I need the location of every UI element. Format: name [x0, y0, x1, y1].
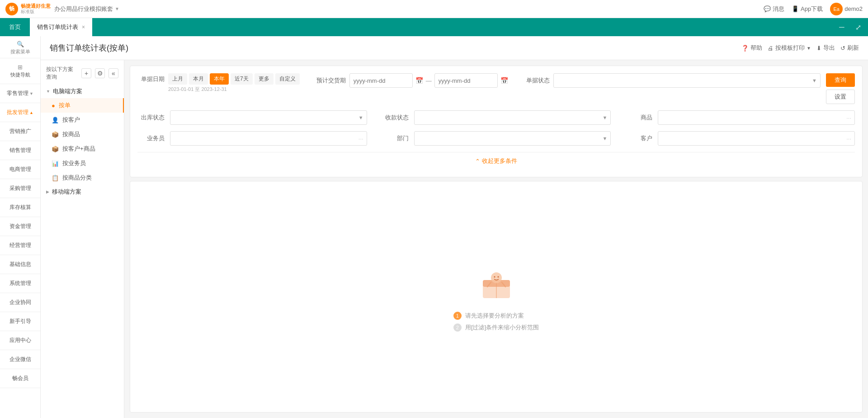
sidebar-search[interactable]: 🔍 搜索菜单 — [0, 36, 40, 58]
filter-form: 单据日期 上月 本月 本年 近7天 更多 自定义 2023 — [130, 66, 863, 177]
empty-tips: 1 请先选择要分析的方案 2 用[过滤]条件来缩小分析范围 — [453, 312, 539, 332]
order-icon: ● — [52, 102, 55, 109]
scheme-by-category[interactable]: 📋 按商品分类 — [41, 171, 124, 185]
payment-status-label: 收款状态 — [382, 114, 409, 122]
pc-section-arrow-icon: ▼ — [46, 89, 50, 94]
retail-arrow-icon: ▼ — [29, 91, 33, 96]
breadcrumb-dropdown-icon[interactable]: ▼ — [115, 6, 119, 11]
top-header: 畅 畅捷通好生意 标准版 办公用品行业模拟账套 ▼ 💬 消息 📱 App下载 E… — [0, 0, 868, 18]
print-dropdown-icon: ▼ — [807, 46, 811, 51]
salesperson-more-icon[interactable]: ··· — [359, 135, 363, 142]
sidebar-item-basic[interactable]: 基础信息 — [0, 255, 40, 274]
scheme-by-customer[interactable]: 👤 按客户 — [41, 113, 124, 127]
sidebar: 🔍 搜索菜单 ⊞ 零售管理 快捷导航 零售管理 ▼ 批发管理 ▲ 营销推广 销售… — [0, 36, 41, 418]
header-right: 💬 消息 📱 App下载 Ea demo2 — [764, 3, 863, 15]
delivery-date-range: 📅 — 📅 — [349, 73, 508, 88]
tab-bar: 首页 销售订单统计表 × ─ ⤢ — [0, 18, 868, 36]
left-panel: 按以下方案查询 + ⚙ « ▼ 电脑端方案 — [41, 60, 124, 418]
delivery-date-start[interactable] — [349, 73, 413, 88]
tab-home[interactable]: 首页 — [0, 18, 30, 36]
delivery-date-end[interactable] — [434, 73, 498, 88]
settings-btn[interactable]: 设置 — [826, 90, 855, 104]
sidebar-item-newuser[interactable]: 新手引导 — [0, 312, 40, 331]
help-btn[interactable]: ❓ 帮助 — [741, 44, 762, 52]
empty-tip-1: 1 请先选择要分析的方案 — [453, 312, 539, 320]
status-select[interactable] — [553, 73, 821, 88]
more-conditions-toggle[interactable]: ⌃ 收起更多条件 — [137, 152, 855, 170]
sidebar-item-wholesale[interactable]: 批发管理 ▲ — [0, 103, 40, 122]
salesperson-input-wrapper: ··· — [170, 131, 367, 146]
payment-status-select[interactable] — [414, 110, 611, 125]
tab-sales-order-stats[interactable]: 销售订单统计表 × — [30, 18, 92, 36]
delivery-date-group: 预计交货期 📅 — 📅 — [314, 73, 508, 88]
sidebar-item-retail[interactable]: 零售管理 ▼ — [0, 84, 40, 103]
user-profile[interactable]: Ea demo2 — [830, 3, 863, 15]
goods-input-wrapper: ··· — [658, 110, 855, 125]
sidebar-item-appcenter[interactable]: 应用中心 — [0, 331, 40, 350]
order-status-group: 单据状态 ▼ — [523, 73, 821, 88]
mobile-section-arrow-icon: ▶ — [46, 190, 49, 194]
logo-icon: 畅 — [5, 3, 18, 15]
sidebar-quick-nav[interactable]: ⊞ 零售管理 快捷导航 — [0, 58, 40, 84]
sidebar-item-member[interactable]: 畅会员 — [0, 369, 40, 388]
customer-more-icon[interactable]: ··· — [846, 135, 851, 142]
sidebar-item-wechat[interactable]: 企业微信 — [0, 350, 40, 369]
this-month-btn[interactable]: 本月 — [189, 73, 208, 85]
goods-more-icon[interactable]: ··· — [846, 114, 851, 121]
cust-prod-icon: 📦 — [52, 146, 59, 152]
right-panel: 单据日期 上月 本月 本年 近7天 更多 自定义 2023 — [124, 60, 868, 418]
app-download-action[interactable]: 📱 App下载 — [792, 5, 823, 13]
settings-scheme-btn[interactable]: ⚙ — [95, 68, 105, 78]
mobile-section-title[interactable]: ▶ 移动端方案 — [41, 185, 124, 199]
tip-num-2: 2 — [453, 323, 462, 332]
export-icon: ⬇ — [816, 45, 821, 52]
date-filter-group: 单据日期 上月 本月 本年 近7天 更多 自定义 2023 — [137, 73, 300, 93]
sidebar-item-inventory[interactable]: 库存核算 — [0, 198, 40, 217]
collapse-icon: « — [112, 70, 115, 77]
tab-restore-btn[interactable]: ─ — [835, 21, 848, 33]
add-scheme-btn[interactable]: + — [81, 68, 91, 78]
export-btn[interactable]: ⬇ 导出 — [816, 44, 835, 52]
query-btn[interactable]: 查询 — [826, 73, 855, 87]
department-select[interactable] — [414, 131, 611, 146]
last7-btn[interactable]: 近7天 — [231, 73, 253, 85]
tab-maximize-btn[interactable]: ⤢ — [852, 21, 864, 33]
collapse-panel-btn[interactable]: « — [108, 68, 118, 78]
sidebar-item-system[interactable]: 系统管理 — [0, 274, 40, 293]
expected-delivery-label: 预计交货期 — [314, 76, 346, 85]
product-icon: 📦 — [52, 131, 59, 138]
sidebar-item-finance[interactable]: 资金管理 — [0, 217, 40, 236]
cal-icon-start[interactable]: 📅 — [415, 77, 423, 84]
sidebar-item-sales[interactable]: 销售管理 — [0, 141, 40, 160]
sidebar-item-operation[interactable]: 经营管理 — [0, 236, 40, 255]
last-month-btn[interactable]: 上月 — [168, 73, 187, 85]
cal-icon-end[interactable]: 📅 — [500, 77, 508, 84]
payment-status-wrapper: ▼ — [414, 110, 611, 125]
salesperson-icon: 📊 — [52, 160, 59, 167]
scheme-by-order[interactable]: ● 按单 — [41, 98, 124, 113]
template-print-btn[interactable]: 🖨 按模板打印 ▼ — [768, 44, 811, 52]
customer-input[interactable] — [658, 131, 855, 146]
collapse-conditions-icon: ⌃ — [475, 158, 480, 165]
header-left: 畅 畅捷通好生意 标准版 办公用品行业模拟账套 ▼ — [5, 3, 119, 15]
print-icon: 🖨 — [768, 45, 774, 52]
sidebar-item-enterprise[interactable]: 企业协同 — [0, 293, 40, 312]
message-action[interactable]: 💬 消息 — [764, 5, 784, 13]
wholesale-arrow-icon: ▲ — [29, 110, 33, 115]
scheme-by-salesperson[interactable]: 📊 按业务员 — [41, 156, 124, 171]
this-year-btn[interactable]: 本年 — [210, 73, 229, 85]
goods-input[interactable] — [658, 110, 855, 125]
more-date-btn[interactable]: 更多 — [255, 73, 274, 85]
tab-close-icon[interactable]: × — [82, 24, 85, 30]
sidebar-item-purchase[interactable]: 采购管理 — [0, 179, 40, 198]
delivery-status-select[interactable] — [170, 110, 367, 125]
sidebar-item-ecommerce[interactable]: 电商管理 — [0, 160, 40, 179]
custom-date-btn[interactable]: 自定义 — [275, 73, 300, 85]
pc-section-title[interactable]: ▼ 电脑端方案 — [41, 85, 124, 98]
scheme-by-product[interactable]: 📦 按商品 — [41, 127, 124, 142]
sidebar-item-marketing[interactable]: 营销推广 — [0, 122, 40, 141]
salesperson-input[interactable] — [170, 131, 367, 146]
svg-point-4 — [494, 276, 495, 278]
scheme-by-cust-prod[interactable]: 📦 按客户+商品 — [41, 142, 124, 156]
refresh-btn[interactable]: ↺ 刷新 — [840, 44, 859, 52]
